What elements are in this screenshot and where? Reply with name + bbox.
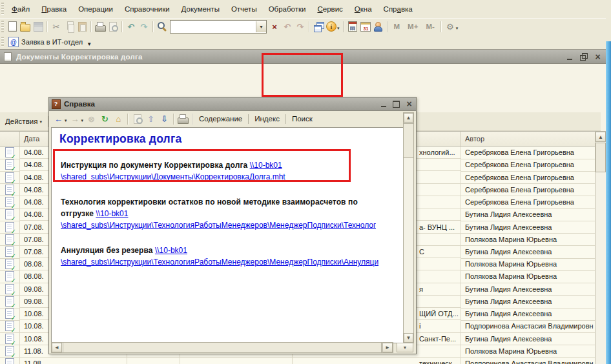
minimize-button[interactable]	[564, 52, 575, 61]
user-permissions-icon[interactable]	[372, 21, 385, 33]
memory-subtract-button[interactable]: M-	[422, 21, 438, 32]
close-button[interactable]	[404, 99, 414, 108]
document-icon	[3, 50, 13, 63]
calendar-icon[interactable]	[359, 21, 372, 33]
help-entry-server-link[interactable]: \\10-bk01	[96, 209, 128, 218]
column-header-author[interactable]: Автор	[461, 132, 606, 146]
help-entry-server-link[interactable]: \\10-bk01	[155, 246, 187, 255]
menu-Сервис[interactable]: Сервис	[311, 3, 348, 15]
memory-add-button[interactable]: M+	[404, 21, 422, 32]
scroll-up-icon[interactable]: ▲	[404, 113, 413, 123]
calculator-icon[interactable]	[346, 21, 359, 33]
open-icon[interactable]	[19, 21, 32, 33]
save-icon[interactable]	[32, 21, 45, 33]
memory-recall-button[interactable]: M	[390, 21, 404, 32]
cell-author: Серебрякова Елена Григорьевна	[461, 159, 606, 172]
actions-button[interactable]: Действия▾	[1, 116, 46, 126]
restore-button[interactable]	[578, 52, 589, 61]
scroll-right-icon[interactable]: ►	[382, 343, 393, 352]
search-input[interactable]	[171, 21, 256, 32]
help-entry-path-link[interactable]: \shared_subs\Инструкции\Документы\Коррек…	[61, 171, 285, 183]
close-button[interactable]	[592, 52, 603, 61]
help-entry-path-link[interactable]: \shared_subs\Инструкции\ТехнологияРаботы…	[61, 256, 378, 268]
print-icon[interactable]	[94, 21, 107, 33]
posted-doc-icon	[5, 209, 14, 219]
menu-Операции[interactable]: Операции	[72, 3, 119, 15]
scrollbar-thumb[interactable]	[63, 343, 382, 352]
search-button[interactable]: Поиск	[288, 114, 316, 124]
menu-Отчеты[interactable]: Отчеты	[225, 3, 263, 15]
scrollbar-corner-button[interactable]: ▼	[397, 343, 413, 352]
table-vertical-scrollbar[interactable]: ▲	[595, 132, 606, 364]
window-list-icon[interactable]	[312, 21, 325, 33]
cell-author: Полякова Марина Юрьевна	[461, 258, 606, 271]
table-row[interactable]: 11.08.техническ...Подпоринова Анастасия …	[0, 358, 606, 364]
menu-Справочники[interactable]: Справочники	[119, 3, 176, 15]
chevron-down-icon[interactable]: ▼	[87, 41, 92, 47]
menu-Правка[interactable]: Правка	[36, 3, 72, 15]
forward-icon[interactable]: →	[68, 113, 82, 125]
posted-doc-icon	[5, 271, 14, 281]
print-icon[interactable]	[176, 113, 190, 125]
search-combobox[interactable]: ▼	[170, 20, 267, 34]
menu-Обработки[interactable]: Обработки	[263, 3, 312, 15]
repeat-search-icon[interactable]: ↷	[294, 21, 307, 33]
minimize-button[interactable]	[378, 99, 388, 108]
scrollbar-thumb[interactable]	[404, 123, 413, 158]
redo-icon[interactable]: ↷	[138, 21, 150, 33]
window-tab-bar: @ Заявка в ИТ-отдел ▼	[0, 35, 606, 49]
prev-topic-icon[interactable]: ⇧	[144, 113, 158, 125]
scroll-down-icon[interactable]: ▼	[404, 333, 413, 343]
cell-author: Полякова Марина Юрьевна	[461, 345, 606, 358]
scroll-up-icon[interactable]: ▲	[595, 132, 606, 142]
scrollbar-thumb[interactable]	[595, 143, 606, 172]
undo-icon[interactable]: ↶	[125, 21, 138, 33]
doc-window-titlebar[interactable]: Документы Корректировка долга	[0, 50, 606, 64]
menu-Окна[interactable]: Окна	[349, 3, 378, 15]
toolbar-grip[interactable]	[1, 21, 4, 32]
help-window-titlebar[interactable]: Справка	[49, 97, 416, 111]
back-icon[interactable]: ←	[52, 113, 65, 125]
contents-button[interactable]: Содержание	[195, 114, 246, 124]
cell-author: Бутина Лидия Алексеевна	[461, 245, 606, 258]
toolbar-grip[interactable]	[1, 37, 4, 46]
copy-icon[interactable]	[63, 21, 76, 33]
paste-icon[interactable]	[76, 21, 88, 33]
help-window: Справка ←▾→▾⊗↻⌂⇧⇩СодержаниеИндексПоиск К…	[48, 97, 417, 354]
doc-window-title: Документы Корректировка долга	[16, 53, 561, 61]
main-toolbar: ✂↶↷▼×↶↷▾MM+M-⚙▾	[0, 18, 606, 35]
search-icon[interactable]	[156, 21, 169, 33]
help-entry-server-link[interactable]: \\10-bk01	[250, 161, 282, 170]
stop-icon[interactable]: ⊗	[85, 113, 98, 125]
toolbar-grip[interactable]	[1, 3, 4, 15]
maximize-button[interactable]	[391, 99, 401, 108]
separator	[440, 21, 442, 32]
cut-icon[interactable]: ✂	[50, 21, 63, 33]
next-topic-icon[interactable]: ⇩	[158, 113, 171, 125]
menu-Документы[interactable]: Документы	[176, 3, 225, 15]
help-horizontal-scrollbar[interactable]: ◄ ►	[51, 342, 393, 353]
repeat-search-back-icon[interactable]: ↶	[281, 21, 294, 33]
info-icon[interactable]	[325, 21, 338, 33]
menu-Справка[interactable]: Справка	[378, 3, 419, 15]
tab-zayavka-it-otdel[interactable]: @ Заявка в ИТ-отдел ▼	[6, 36, 94, 48]
font-size-icon[interactable]	[130, 113, 144, 125]
cell-author: Полякова Марина Юрьевна	[461, 270, 606, 283]
dropdown-arrow-icon[interactable]: ▼	[256, 21, 266, 32]
menu-Файл[interactable]: Файл	[6, 3, 36, 15]
scroll-left-icon[interactable]: ◄	[52, 343, 62, 352]
help-entry-path-link[interactable]: \shared_subs\Инструкции\ТехнологияРаботы…	[61, 219, 376, 231]
clear-search-icon[interactable]: ×	[268, 21, 281, 33]
status-column-header[interactable]	[0, 132, 20, 146]
new-document-icon[interactable]	[6, 21, 19, 33]
service-settings-icon[interactable]: ⚙	[444, 21, 457, 33]
help-vertical-scrollbar[interactable]: ▲ ▼	[403, 112, 414, 343]
posted-doc-icon	[5, 234, 14, 245]
refresh-icon[interactable]: ↻	[98, 113, 112, 125]
help-entry: Аннуляция без резерва \\10-bk01 \shared_…	[61, 245, 366, 268]
column-header-label: Дата	[24, 135, 39, 143]
print-preview-icon[interactable]	[107, 21, 119, 33]
tab-label: Заявка в ИТ-отдел	[21, 38, 83, 46]
index-button[interactable]: Индекс	[251, 114, 284, 124]
home-icon[interactable]: ⌂	[112, 113, 125, 125]
